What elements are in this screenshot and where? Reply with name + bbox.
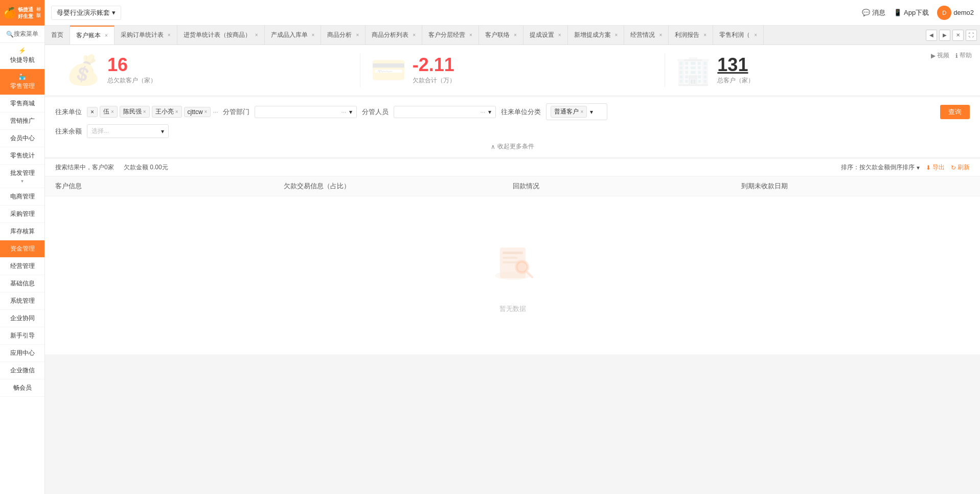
- tab-customer-account[interactable]: 客户账本 ×: [70, 26, 115, 45]
- sidebar-item-enterprise-collab[interactable]: 企业协同: [0, 310, 44, 327]
- tab-close-icon[interactable]: ×: [356, 32, 359, 38]
- filter-tag-all[interactable]: ×: [87, 107, 98, 117]
- sidebar-item-finance[interactable]: 资金管理: [0, 240, 44, 258]
- sidebar-item-app-center[interactable]: 应用中心: [0, 345, 44, 362]
- tab-close-icon[interactable]: ×: [558, 32, 561, 38]
- result-bar: 搜索结果中，客户0家 欠款金额 0.00元 排序：按欠款金额倒序排序 ▾ ⬇ 导…: [45, 159, 980, 176]
- tab-expand-btn[interactable]: ⛶: [966, 30, 977, 41]
- tab-operations[interactable]: 经营情况 ×: [624, 26, 669, 45]
- tab-close-icon[interactable]: ×: [754, 32, 757, 38]
- stat2-deco-icon: 💳: [371, 53, 406, 87]
- stat1-value: 16: [107, 56, 156, 74]
- tab-close-icon[interactable]: ×: [312, 32, 315, 38]
- help-btn[interactable]: ℹ 帮助: [955, 51, 972, 60]
- tag-close-icon[interactable]: ×: [204, 109, 208, 115]
- stat-block-debt: 💳 -2.11 欠款合计（万）: [360, 53, 666, 87]
- stat3-value[interactable]: 131: [717, 56, 754, 74]
- sidebar-item-basic-info[interactable]: 基础信息: [0, 275, 44, 293]
- tab-close-icon[interactable]: ×: [413, 32, 416, 38]
- filter-tag-wu[interactable]: 伍 ×: [100, 106, 118, 118]
- sidebar-item-newbie[interactable]: 新手引导: [0, 327, 44, 345]
- tab-customer-tier[interactable]: 客户分层经营 ×: [422, 26, 479, 45]
- category-select[interactable]: 普通客户 × ▾: [546, 103, 607, 120]
- topbar-right: 💬 消息 📱 App下载 D demo2: [862, 6, 974, 20]
- sidebar-item-purchase[interactable]: 采购管理: [0, 206, 44, 223]
- sidebar-item-wholesale[interactable]: 批发管理 ▼: [0, 165, 44, 188]
- query-button[interactable]: 查询: [940, 105, 970, 119]
- refresh-button[interactable]: ↻ 刷新: [951, 163, 970, 172]
- tab-customer-contact[interactable]: 客户联络 ×: [479, 26, 523, 45]
- tab-close-icon[interactable]: ×: [255, 32, 258, 38]
- category-tag[interactable]: 普通客户 ×: [551, 106, 587, 118]
- sidebar-item-wechat[interactable]: 企业微信: [0, 362, 44, 379]
- sidebar-search[interactable]: 🔍 搜索菜单: [0, 26, 44, 43]
- tab-prev-btn[interactable]: ◀: [926, 30, 937, 41]
- dept-chevron-icon: ▾: [349, 108, 352, 116]
- tab-profit-report[interactable]: 利润报告 ×: [669, 26, 713, 45]
- stats-row: ▶ 视频 ℹ 帮助 💰 16 总欠款客户（家）: [45, 45, 980, 95]
- sidebar-item-ecommerce[interactable]: 电商管理: [0, 188, 44, 206]
- filter-tag-cjttcw[interactable]: cjttcw ×: [184, 107, 211, 117]
- category-tag-close-icon[interactable]: ×: [580, 109, 583, 115]
- tab-next-btn[interactable]: ▶: [939, 30, 950, 41]
- sidebar-item-member[interactable]: 会员中心: [0, 130, 44, 147]
- tab-retail-profit[interactable]: 零售利润（ ×: [713, 26, 764, 45]
- sidebar-item-member2[interactable]: 畅会员: [0, 379, 44, 397]
- tab-goods-stat[interactable]: 进货单统计表（按商品） ×: [177, 26, 265, 45]
- tab-goods-analysis-list[interactable]: 商品分析列表 ×: [366, 26, 422, 45]
- collapse-button[interactable]: ∧ 收起更多条件: [55, 142, 970, 151]
- logo-text: 畅捷通好生意: [16, 6, 35, 19]
- tag-close-icon[interactable]: ×: [111, 109, 114, 115]
- filter-tag-wang[interactable]: 王小亮 ×: [152, 106, 182, 118]
- tab-commission-settings[interactable]: 提成设置 ×: [523, 26, 568, 45]
- export-icon: ⬇: [926, 164, 931, 171]
- tab-production[interactable]: 产成品入库单 ×: [265, 26, 322, 45]
- tab-home[interactable]: 首页: [45, 26, 70, 45]
- app-download-btn[interactable]: 📱 App下载: [894, 8, 929, 17]
- video-icon: ▶: [931, 52, 936, 59]
- video-help-btn[interactable]: ▶ 视频: [931, 51, 949, 60]
- balance-select[interactable]: 选择... ▾: [87, 124, 169, 138]
- empty-icon: [487, 237, 538, 298]
- main-content: 母婴行业演示账套 ▾ 💬 消息 📱 App下载 D demo2 首页 客户账本: [45, 0, 980, 494]
- account-selector[interactable]: 母婴行业演示账套 ▾: [51, 6, 121, 20]
- tab-close-icon[interactable]: ×: [168, 32, 171, 38]
- person-dots: ···: [480, 108, 485, 116]
- dept-dots: ···: [341, 108, 346, 116]
- message-icon: 💬: [862, 9, 870, 16]
- tab-close-icon[interactable]: ×: [469, 32, 472, 38]
- export-button[interactable]: ⬇ 导出: [926, 163, 945, 172]
- filter-area: 往来单位 × 伍 × 陈民强 × 王小亮 ×: [45, 97, 980, 157]
- sidebar-item-retail-stat[interactable]: 零售统计: [0, 147, 44, 165]
- filter-tag-chen[interactable]: 陈民强 ×: [120, 106, 150, 118]
- col-customer-header: 客户信息: [55, 182, 284, 191]
- user-profile[interactable]: D demo2: [937, 6, 974, 20]
- person-select[interactable]: ··· ▾: [394, 106, 496, 118]
- sidebar-item-marketing[interactable]: 营销推广: [0, 113, 44, 130]
- tab-goods-analysis[interactable]: 商品分析 ×: [321, 26, 366, 45]
- tab-close-icon[interactable]: ×: [615, 32, 618, 38]
- table-header: 客户信息 欠款交易信息（占比） 回款情况 到期未收款日期: [45, 176, 980, 196]
- sidebar-item-retail[interactable]: 🏪 零售管理: [0, 69, 44, 95]
- filter-more-tags[interactable]: ···: [213, 108, 218, 116]
- dept-select[interactable]: ··· ▾: [255, 106, 357, 118]
- sidebar-item-system[interactable]: 系统管理: [0, 293, 44, 310]
- tag-close-icon[interactable]: ×: [143, 109, 146, 115]
- tab-close-all-btn[interactable]: ✕: [952, 30, 964, 41]
- sort-chevron-icon: ▾: [917, 164, 920, 171]
- messages-btn[interactable]: 💬 消息: [862, 8, 885, 17]
- sidebar-item-inventory[interactable]: 库存核算: [0, 223, 44, 240]
- tab-close-icon[interactable]: ×: [703, 32, 706, 38]
- sidebar-item-retail-mall[interactable]: 零售商城: [0, 95, 44, 113]
- sidebar-item-operations[interactable]: 经营管理: [0, 258, 44, 275]
- tab-close-icon[interactable]: ×: [105, 33, 108, 38]
- tab-close-icon[interactable]: ×: [659, 32, 662, 38]
- tag-close-icon[interactable]: ×: [175, 109, 178, 115]
- help-row: ▶ 视频 ℹ 帮助: [931, 51, 972, 60]
- sort-select[interactable]: 排序：按欠款金额倒序排序 ▾: [841, 163, 920, 172]
- sidebar-item-quick-nav[interactable]: ⚡ 快捷导航: [0, 43, 44, 69]
- tab-new-commission[interactable]: 新增提成方案 ×: [568, 26, 625, 45]
- svg-rect-3: [503, 257, 518, 259]
- tab-purchase-order[interactable]: 采购订单统计表 ×: [115, 26, 177, 45]
- tab-close-icon[interactable]: ×: [514, 32, 517, 38]
